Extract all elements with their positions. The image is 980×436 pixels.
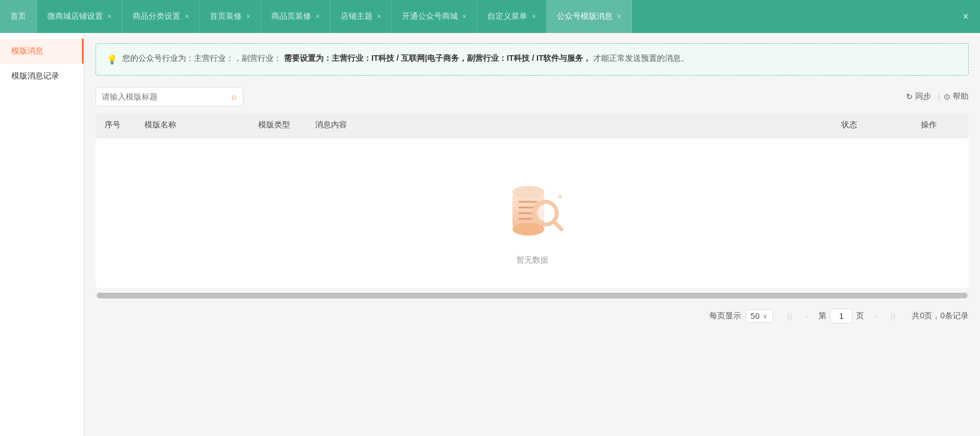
empty-text: 暂无数据 xyxy=(516,255,548,265)
sync-label: 同步 xyxy=(915,92,931,102)
notice-text-suffix: 才能正常发送预置的消息。 xyxy=(593,53,689,63)
sidebar-item-1[interactable]: 模版消息记录 xyxy=(0,64,84,89)
nav-tab-7[interactable]: 自定义菜单× xyxy=(477,0,547,33)
svg-point-3 xyxy=(512,186,544,198)
notice-box: 💡 您的公众号行业为：主营行业：，副营行业： 需要设置为：主营行业：IT科技 /… xyxy=(96,43,969,76)
col-header-type: 模版类型 xyxy=(249,113,306,138)
help-icon: ⊙ xyxy=(944,92,950,101)
sync-icon: ↻ xyxy=(906,92,913,101)
prev-page-button[interactable]: ‹ xyxy=(799,309,814,323)
notice-text-prefix: 您的公众号行业为：主营行业：，副营行业： xyxy=(122,53,282,63)
content-area: 💡 您的公众号行业为：主营行业：，副营行业： 需要设置为：主营行业：IT科技 /… xyxy=(84,33,980,436)
nav-tab-3[interactable]: 首页装修× xyxy=(200,0,261,33)
nav-tab-close-1[interactable]: × xyxy=(107,13,111,20)
notice-text-highlight: 需要设置为：主营行业：IT科技 / 互联网|电子商务，副营行业：IT科技 / I… xyxy=(284,53,592,63)
help-button[interactable]: ⊙ 帮助 xyxy=(944,92,969,102)
table-wrap: 序号 模版名称 模版类型 消息内容 状态 操作 xyxy=(96,113,969,289)
svg-point-10 xyxy=(537,205,553,221)
page-unit: 页 xyxy=(856,311,864,321)
main-layout: 模版消息模版消息记录 💡 您的公众号行业为：主营行业：，副营行业： 需要设置为：… xyxy=(0,33,980,436)
total-info: 共0页，0条记录 xyxy=(912,311,969,321)
nav-tab-1[interactable]: 微商城店铺设置× xyxy=(37,0,122,33)
page-label: 第 xyxy=(818,311,826,321)
col-header-content: 消息内容 xyxy=(306,113,832,138)
data-table: 序号 模版名称 模版类型 消息内容 状态 操作 xyxy=(96,113,969,139)
page-size-label: 每页显示 xyxy=(709,311,741,321)
next-page-button[interactable]: › xyxy=(869,309,883,323)
search-icon[interactable]: ⌕ xyxy=(231,92,237,102)
nav-tab-close-2[interactable]: × xyxy=(185,13,189,20)
toolbar-right: ↻ 同步 | ⊙ 帮助 xyxy=(906,92,969,102)
global-close-button[interactable]: × xyxy=(951,0,980,33)
page-size-select[interactable]: 50 ∨ xyxy=(746,309,774,323)
sidebar: 模版消息模版消息记录 xyxy=(0,33,84,436)
help-label: 帮助 xyxy=(953,92,969,102)
sidebar-item-0[interactable]: 模版消息 xyxy=(0,39,84,64)
top-nav: 首页微商城店铺设置×商品分类设置×首页装修×商品页装修×店铺主题×开通公众号商城… xyxy=(0,0,980,33)
col-header-action: 操作 xyxy=(912,113,969,138)
page-nav: ⟨⟨ ‹ 第 1 页 › ⟩⟩ xyxy=(782,309,900,323)
nav-tab-6[interactable]: 开通公众号商城× xyxy=(392,0,477,33)
nav-tab-close-6[interactable]: × xyxy=(462,13,466,20)
first-page-button[interactable]: ⟨⟨ xyxy=(782,309,797,323)
nav-tab-0[interactable]: 首页 xyxy=(0,0,37,33)
svg-text:✦: ✦ xyxy=(557,192,564,201)
toolbar-divider: | xyxy=(938,92,940,101)
col-header-name: 模版名称 xyxy=(135,113,249,138)
page-size-value: 50 xyxy=(751,312,760,321)
sync-button[interactable]: ↻ 同步 xyxy=(906,92,931,102)
table-header-row: 序号 模版名称 模版类型 消息内容 状态 操作 xyxy=(96,113,969,138)
scroll-thumb[interactable] xyxy=(97,293,967,298)
col-header-status: 状态 xyxy=(832,113,912,138)
nav-tab-close-7[interactable]: × xyxy=(532,13,536,20)
nav-tab-close-3[interactable]: × xyxy=(246,13,250,20)
chevron-down-icon: ∨ xyxy=(763,312,768,320)
notice-icon: 💡 xyxy=(106,52,118,67)
empty-illustration: ✦ · xyxy=(495,172,569,246)
nav-tab-5[interactable]: 店铺主题× xyxy=(330,0,392,33)
notice-content: 您的公众号行业为：主营行业：，副营行业： 需要设置为：主营行业：IT科技 / 互… xyxy=(122,52,689,64)
nav-tab-close-4[interactable]: × xyxy=(316,13,320,20)
nav-tab-8[interactable]: 公众号模版消息× xyxy=(547,0,632,33)
empty-state: ✦ · 暂无数据 xyxy=(96,138,969,288)
pagination: 每页显示 50 ∨ ⟨⟨ ‹ 第 1 页 › ⟩⟩ 共0页，0条记录 xyxy=(96,303,969,326)
svg-text:·: · xyxy=(549,189,551,195)
search-wrap: ⌕ xyxy=(96,87,243,106)
page-input-wrap: 第 1 页 xyxy=(818,309,864,323)
scroll-track[interactable] xyxy=(96,293,969,298)
toolbar: ⌕ ↻ 同步 | ⊙ 帮助 xyxy=(96,87,969,106)
svg-line-11 xyxy=(554,222,561,229)
nav-tab-2[interactable]: 商品分类设置× xyxy=(122,0,200,33)
last-page-button[interactable]: ⟩⟩ xyxy=(886,309,900,323)
page-input[interactable]: 1 xyxy=(830,309,853,323)
nav-tab-4[interactable]: 商品页装修× xyxy=(261,0,330,33)
nav-tab-close-5[interactable]: × xyxy=(377,13,381,20)
search-input[interactable] xyxy=(102,92,231,101)
nav-tab-close-8[interactable]: × xyxy=(617,13,621,20)
col-header-seq: 序号 xyxy=(96,113,135,138)
